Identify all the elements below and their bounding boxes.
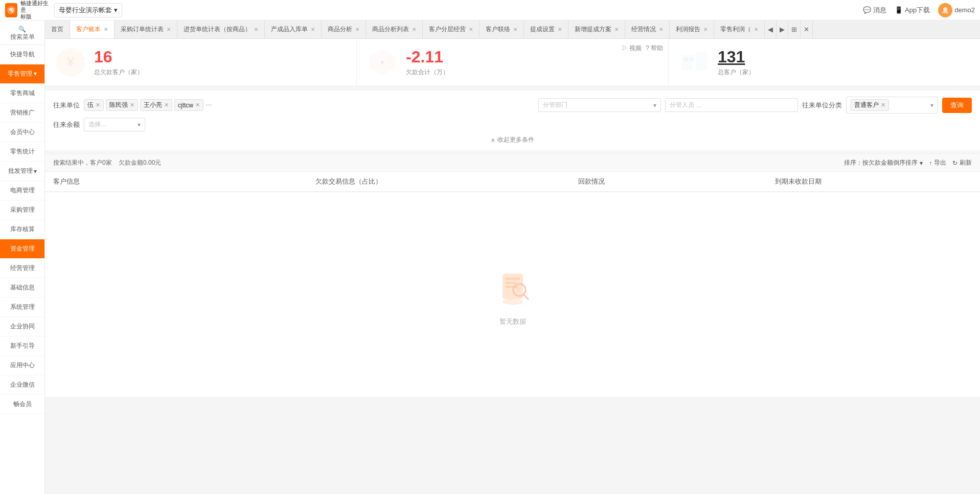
refresh-icon: ↻ xyxy=(952,160,958,167)
svg-rect-8 xyxy=(684,57,688,61)
tab-add-commission[interactable]: 新增提成方案 ✕ xyxy=(568,20,625,38)
tab-prev-btn[interactable]: ◀ xyxy=(765,20,777,38)
col-customer-info: 客户信息 xyxy=(53,177,315,186)
sidebar-item-ecommerce[interactable]: 电商管理 xyxy=(0,181,44,200)
svg-text:✦: ✦ xyxy=(379,58,385,66)
sidebar-search[interactable]: 🔍 搜索菜单 xyxy=(0,20,44,45)
col-debt-info: 欠款交易信息（占比） xyxy=(315,177,578,186)
content-area: 首页 客户账本 ✕ 采购订单统计表 ✕ 进货单统计表（按商品） ✕ 产成品入库单… xyxy=(45,20,980,494)
tab-commission-settings[interactable]: 提成设置 ✕ xyxy=(524,20,568,38)
sidebar-item-beginner[interactable]: 新手引导 xyxy=(0,336,44,356)
filter-tag-close-4[interactable]: ✕ xyxy=(195,102,200,108)
empty-illustration: ? xyxy=(490,263,536,311)
unit-type-tags: 普通客户 ✕ xyxy=(851,99,889,111)
sidebar-item-quick-nav[interactable]: 快捷导航 xyxy=(0,45,44,64)
sidebar-item-marketing[interactable]: 营销推广 xyxy=(0,103,44,123)
tab-home[interactable]: 首页 xyxy=(45,20,70,38)
tab-purchase-order[interactable]: 采购订单统计表 ✕ xyxy=(115,20,177,38)
sidebar-item-retail-management[interactable]: 零售管理 ▾ xyxy=(0,64,44,84)
tab-customer-ledger[interactable]: 客户账本 ✕ xyxy=(70,20,115,38)
tab-close-icon-13[interactable]: ✕ xyxy=(754,27,758,32)
sidebar-item-basic-info[interactable]: 基础信息 xyxy=(0,278,44,298)
tab-close-icon-9[interactable]: ✕ xyxy=(558,27,562,32)
collapse-btn[interactable]: ∧ 收起更多条件 xyxy=(491,136,534,144)
tab-close-icon-3[interactable]: ✕ xyxy=(254,27,258,32)
video-action[interactable]: ▷ 视频 xyxy=(622,44,642,53)
tab-retail-profit[interactable]: 零售利润（ ✕ xyxy=(714,20,765,38)
main-layout: 🔍 搜索菜单 快捷导航 零售管理 ▾ 零售商城 营销推广 会员中心 零售统计 批… xyxy=(0,20,980,494)
tab-customer-contact[interactable]: 客户联络 ✕ xyxy=(480,20,524,38)
balance-select[interactable]: 选择... ▾ xyxy=(84,118,145,131)
filter-more-btn[interactable]: … xyxy=(206,99,212,111)
sidebar-item-member-center[interactable]: 会员中心 xyxy=(0,123,44,142)
tab-business-status[interactable]: 经营情况 ✕ xyxy=(625,20,670,38)
export-btn[interactable]: ↑ 导出 xyxy=(929,159,946,167)
person-select[interactable]: 分管人员 … xyxy=(665,98,798,112)
stat-info-customers: 16 总欠款客户（家） xyxy=(94,49,143,77)
message-btn[interactable]: 💬 消息 xyxy=(863,6,886,15)
tab-close-icon-10[interactable]: ✕ xyxy=(614,27,619,32)
top-bar: 畅捷通好生意 标版 母婴行业演示帐套 ▾ 💬 消息 📱 App下载 demo2 xyxy=(0,0,980,20)
tab-customer-segment[interactable]: 客户分层经营 ✕ xyxy=(423,20,480,38)
help-action[interactable]: ? 帮助 xyxy=(646,44,663,53)
filter-tags-unit: 伍 ✕ 陈民强 ✕ 王小亮 ✕ cjttcw ✕ xyxy=(84,99,534,111)
tab-close-icon-2[interactable]: ✕ xyxy=(167,27,171,32)
tab-close-icon-7[interactable]: ✕ xyxy=(469,27,473,32)
app-download-btn[interactable]: 📱 App下载 xyxy=(895,6,930,15)
tab-close-icon-11[interactable]: ✕ xyxy=(659,27,663,32)
sidebar-item-member[interactable]: 畅会员 xyxy=(0,395,44,414)
logo-text: 畅捷通好生意 标版 xyxy=(20,0,50,20)
user-avatar-btn[interactable]: demo2 xyxy=(938,3,975,17)
filter-tag-close-1[interactable]: ✕ xyxy=(96,102,100,108)
sidebar-item-retail-stats[interactable]: 零售统计 xyxy=(0,142,44,162)
sidebar-item-enterprise-collab[interactable]: 企业协同 xyxy=(0,317,44,336)
svg-rect-7 xyxy=(696,52,707,70)
svg-rect-13 xyxy=(505,282,516,284)
top-bar-left: 畅捷通好生意 标版 母婴行业演示帐套 ▾ xyxy=(5,0,122,20)
tab-incoming-stats[interactable]: 进货单统计表（按商品） ✕ xyxy=(177,20,265,38)
filter-tag-close-2[interactable]: ✕ xyxy=(130,102,134,108)
chevron-icon-wholesale: ▾ xyxy=(34,168,37,175)
svg-text:¥: ¥ xyxy=(66,54,75,70)
help-icon: ? xyxy=(646,44,649,52)
sort-btn[interactable]: 排序：按欠款金额倒序排序 ▾ xyxy=(844,159,923,167)
collapse-up-icon: ∧ xyxy=(491,137,495,144)
logo-area: 畅捷通好生意 标版 xyxy=(5,0,50,20)
dept-select[interactable]: 分管部门 ▾ xyxy=(538,98,661,112)
tab-close-icon-4[interactable]: ✕ xyxy=(311,27,315,32)
sidebar-item-operations[interactable]: 经营管理 xyxy=(0,259,44,278)
tab-product-inbound[interactable]: 产成品入库单 ✕ xyxy=(265,20,322,38)
tab-product-analysis-list[interactable]: 商品分析列表 ✕ xyxy=(366,20,423,38)
tab-close-all-btn[interactable]: ✕ xyxy=(801,20,813,38)
tab-close-icon[interactable]: ✕ xyxy=(104,27,108,32)
sidebar-item-retail-mall[interactable]: 零售商城 xyxy=(0,84,44,103)
sidebar-item-wholesale[interactable]: 批发管理 ▾ xyxy=(0,162,44,181)
sidebar-item-purchase[interactable]: 采购管理 xyxy=(0,200,44,220)
filter-tag-unit-type-close[interactable]: ✕ xyxy=(881,102,885,108)
unit-type-select[interactable]: 普通客户 ✕ ▾ xyxy=(846,97,938,114)
tab-next-btn[interactable]: ▶ xyxy=(777,20,788,38)
sidebar-item-enterprise-wechat[interactable]: 企业微信 xyxy=(0,375,44,395)
tab-expand-btn[interactable]: ⊞ xyxy=(788,20,801,38)
stat-info-amount: -2.11 欠款合计（万） xyxy=(406,49,449,77)
sidebar-item-app-center[interactable]: 应用中心 xyxy=(0,356,44,375)
tab-profit-report[interactable]: 利润报告 ✕ xyxy=(670,20,714,38)
logo-icon xyxy=(5,3,17,17)
enterprise-select[interactable]: 母婴行业演示帐套 ▾ xyxy=(54,3,122,17)
stat-card-total: 131 总客户（家） xyxy=(669,39,980,86)
page-content: ¥ 16 总欠款客户（家） ✦ xyxy=(45,39,980,494)
sidebar-item-finance[interactable]: 资金管理 xyxy=(0,239,44,259)
stat-icon-total xyxy=(679,47,710,78)
filter-tag-close-3[interactable]: ✕ xyxy=(164,102,169,108)
filter-tag-3: 王小亮 ✕ xyxy=(140,99,172,111)
sidebar-item-inventory[interactable]: 库存核算 xyxy=(0,220,44,239)
search-button[interactable]: 查询 xyxy=(942,98,972,113)
tab-close-icon-12[interactable]: ✕ xyxy=(703,27,708,32)
tab-close-icon-6[interactable]: ✕ xyxy=(412,27,416,32)
tab-close-icon-8[interactable]: ✕ xyxy=(513,27,517,32)
sidebar-item-system[interactable]: 系统管理 xyxy=(0,298,44,317)
stat-number-total: 131 xyxy=(718,49,755,65)
tab-close-icon-5[interactable]: ✕ xyxy=(355,27,359,32)
refresh-btn[interactable]: ↻ 刷新 xyxy=(952,159,972,167)
tab-product-analysis[interactable]: 商品分析 ✕ xyxy=(322,20,366,38)
